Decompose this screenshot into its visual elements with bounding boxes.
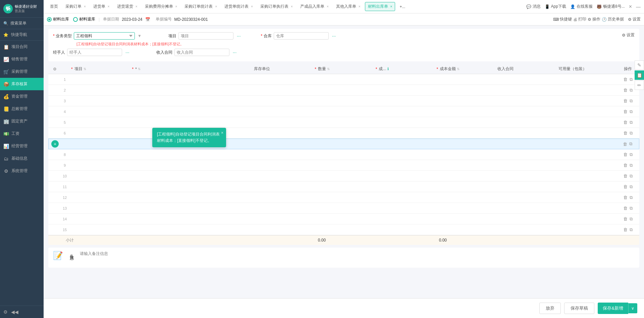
save-new-arrow-button[interactable]: ∨ <box>628 303 637 313</box>
sidebar-item-assets[interactable]: 🏢 固定资产 <box>0 115 44 127</box>
td-project[interactable] <box>70 121 131 123</box>
td-quantity[interactable] <box>313 121 374 123</box>
tab-purchase-stat[interactable]: 采购订单统计表 × <box>181 2 220 11</box>
business-type-chevron[interactable]: ▼ <box>138 34 142 38</box>
td-cost-amount[interactable] <box>435 132 496 134</box>
td-unit[interactable] <box>253 100 314 102</box>
td-project[interactable] <box>70 111 131 113</box>
tab-close-icon[interactable]: × <box>291 5 293 8</box>
td-spec[interactable] <box>192 78 253 81</box>
sidebar-item-project[interactable]: 📋 项目合同 <box>0 41 44 53</box>
td-income-contract[interactable] <box>496 100 557 102</box>
delete-row-icon[interactable]: 🗑 <box>623 142 627 147</box>
sidebar-item-system[interactable]: ⚙ 系统管理 <box>0 165 44 177</box>
sort-cost-icon[interactable]: ⇅ <box>457 67 460 71</box>
radio-material-out[interactable]: 材料出库 <box>47 16 69 22</box>
tab-close-icon[interactable]: × <box>136 5 138 8</box>
tab-goods-stat[interactable]: 进货单统计表 × <box>221 2 256 11</box>
td-income-contract[interactable] <box>496 154 557 156</box>
td-quantity[interactable] <box>313 78 374 81</box>
td-unit[interactable] <box>253 121 314 123</box>
td-cost-price[interactable] <box>374 132 435 134</box>
table-settings-btn[interactable]: ⚙ 设置 <box>622 32 635 38</box>
online-service-btn[interactable]: 👤 在线客服 <box>570 4 593 9</box>
td-unit[interactable] <box>253 154 314 156</box>
td-available-input[interactable] <box>557 143 618 145</box>
td-cost-amount[interactable] <box>435 89 496 91</box>
sidebar-shortcut[interactable]: ⭐ 快捷导航 <box>0 29 44 41</box>
td-quantity[interactable] <box>313 89 374 91</box>
tab-more[interactable]: +... <box>396 3 408 11</box>
delete-row-icon[interactable]: 🗑 <box>623 152 628 157</box>
copy-row-icon[interactable]: ⧉ <box>629 141 632 147</box>
copy-row-icon[interactable]: ⧉ <box>630 130 633 136</box>
td-available[interactable] <box>557 89 618 91</box>
td-cost-amount-input[interactable] <box>435 143 496 145</box>
td-spec[interactable] <box>192 154 253 156</box>
sidebar-item-finance[interactable]: 💰 资金管理 <box>0 90 44 103</box>
warehouse-input[interactable] <box>274 32 329 40</box>
tab-close-icon[interactable]: × <box>327 5 329 8</box>
user-avatar[interactable]: 🐻 畅捷通8号... <box>597 4 625 9</box>
tab-close-icon[interactable]: × <box>84 5 86 8</box>
settings-icon[interactable]: ⚙ <box>3 309 8 315</box>
project-input[interactable] <box>178 32 233 40</box>
collapse-icon[interactable]: ◀◀ <box>11 309 18 315</box>
td-quantity[interactable] <box>313 154 374 156</box>
td-material[interactable] <box>131 100 192 102</box>
delete-row-icon[interactable]: 🗑 <box>623 88 628 93</box>
td-available[interactable] <box>557 154 618 156</box>
td-project[interactable] <box>70 78 131 81</box>
td-cost-amount[interactable] <box>435 100 496 102</box>
td-unit[interactable] <box>253 111 314 113</box>
td-material[interactable] <box>131 78 192 81</box>
td-quantity[interactable] <box>313 100 374 102</box>
td-material[interactable] <box>131 121 192 123</box>
tooltip-close-btn[interactable]: × <box>221 130 223 136</box>
copy-row-icon[interactable]: ⧉ <box>630 88 633 93</box>
copy-row-icon[interactable]: ⧉ <box>630 109 633 114</box>
topbar-minimize-btn[interactable]: — <box>636 4 641 9</box>
copy-row-icon[interactable]: ⧉ <box>630 77 633 82</box>
topbar-close-btn[interactable]: × <box>629 4 632 10</box>
shortcut-btn[interactable]: ⌨ 快捷键 <box>553 16 572 22</box>
td-spec[interactable] <box>192 121 253 123</box>
sidebar-item-sales[interactable]: 📈 销售管理 <box>0 53 44 65</box>
td-income-contract[interactable] <box>496 78 557 81</box>
td-cost-amount[interactable] <box>435 121 496 123</box>
copy-row-icon[interactable]: ⧉ <box>630 98 633 104</box>
td-available[interactable] <box>557 111 618 113</box>
tab-close-icon[interactable]: × <box>215 5 217 8</box>
tab-close-icon[interactable]: × <box>251 5 253 8</box>
sidebar-item-inventory[interactable]: 📦 库存核算 <box>0 78 44 90</box>
save-draft-button[interactable]: 保存草稿 <box>564 303 594 314</box>
td-cost-price[interactable] <box>374 154 435 156</box>
business-type-input[interactable] <box>74 32 135 40</box>
sort-qty-icon[interactable]: ⇅ <box>327 67 330 71</box>
td-spec[interactable] <box>192 111 253 113</box>
td-quantity-input[interactable] <box>313 143 374 145</box>
tab-purchase-expense[interactable]: 采购费用分摊单 × <box>142 2 180 11</box>
sidebar-item-purchase[interactable]: 🛒 采购管理 <box>0 65 44 78</box>
td-available[interactable] <box>557 132 618 134</box>
sidebar-search[interactable]: 🔍 搜索菜单 <box>0 18 44 29</box>
delete-row-icon[interactable]: 🗑 <box>623 109 628 114</box>
td-cost-price[interactable] <box>374 111 435 113</box>
td-cost-amount[interactable] <box>435 111 496 113</box>
sidebar-item-ledger[interactable]: 📒 总账管理 <box>0 103 44 115</box>
td-unit-input[interactable] <box>253 143 313 145</box>
td-project[interactable] <box>70 89 131 91</box>
delete-row-icon[interactable]: 🗑 <box>623 77 628 82</box>
panel-icon-1[interactable]: ✎ <box>635 60 644 70</box>
td-cost-price[interactable] <box>374 121 435 123</box>
td-cost-price[interactable] <box>374 100 435 102</box>
tab-prod-in[interactable]: 产成品入库单 × <box>297 2 332 11</box>
project-cell-input[interactable] <box>71 142 129 146</box>
income-contract-more-icon[interactable]: ··· <box>233 50 237 55</box>
tab-close-icon[interactable]: × <box>175 5 177 8</box>
td-income-contract[interactable] <box>496 89 557 91</box>
td-project[interactable] <box>70 154 131 156</box>
copy-row-icon[interactable]: ⧉ <box>630 152 633 157</box>
td-income-contract[interactable] <box>496 121 557 123</box>
message-btn[interactable]: 💬 消息 <box>526 4 541 9</box>
